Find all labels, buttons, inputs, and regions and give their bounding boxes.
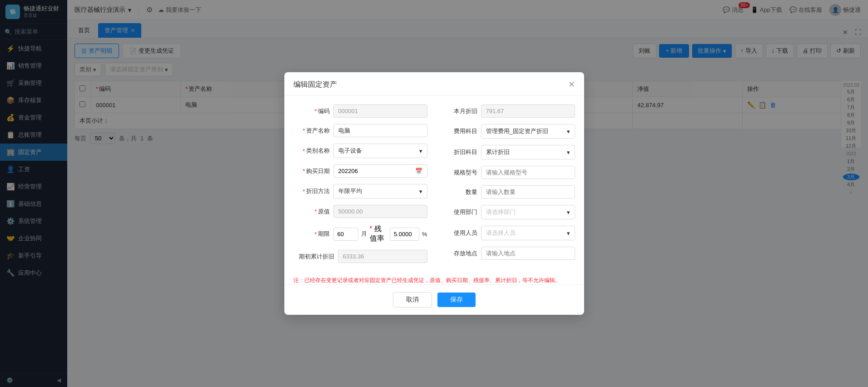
residual-rate-input[interactable] xyxy=(390,228,419,241)
save-button[interactable]: 保存 xyxy=(437,293,476,307)
modal-note: 注：已经存在变更记录或者对应固定资产已经生成凭证，原值、购买日期、残值率、累计折… xyxy=(284,272,584,284)
code-row: *编码 xyxy=(293,104,427,118)
depreciation-method-label: *折旧方法 xyxy=(293,187,330,195)
period-row: *期限 月 * 残值率 % xyxy=(293,224,427,243)
quantity-label: 数量 xyxy=(441,188,477,196)
spec-model-label: 规格型号 xyxy=(441,169,477,177)
chevron-down-icon: ▾ xyxy=(419,148,422,154)
user-select[interactable]: 请选择人员 ▾ xyxy=(481,226,575,240)
period-input[interactable] xyxy=(333,228,358,241)
expense-subject-label: 费用科目 xyxy=(441,127,477,135)
period-label: *期限 xyxy=(293,230,330,238)
chevron-down-icon: ▾ xyxy=(567,128,570,135)
original-value-label: *原值 xyxy=(293,208,330,216)
quantity-row: 数量 xyxy=(441,185,575,198)
storage-label: 存放地点 xyxy=(441,249,477,258)
name-input[interactable] xyxy=(333,124,427,137)
code-label: *编码 xyxy=(293,107,330,115)
category-row: *类别名称 电子设备 ▾ xyxy=(293,144,427,158)
monthly-depreciation-input xyxy=(481,104,575,118)
chevron-down-icon: ▾ xyxy=(567,230,570,237)
code-input[interactable] xyxy=(333,104,427,118)
storage-input[interactable] xyxy=(481,247,575,260)
modal-close-button[interactable]: ✕ xyxy=(568,79,575,89)
calendar-icon: 📅 xyxy=(415,168,422,174)
spec-model-row: 规格型号 xyxy=(441,166,575,179)
chevron-down-icon: ▾ xyxy=(567,209,570,216)
spec-model-input[interactable] xyxy=(481,166,575,179)
department-label: 使用部门 xyxy=(441,208,477,216)
depreciation-subject-select[interactable]: 累计折旧 ▾ xyxy=(481,145,575,159)
name-row: *资产名称 xyxy=(293,124,427,137)
depreciation-subject-row: 折旧科目 累计折旧 ▾ xyxy=(441,145,575,159)
monthly-depreciation-row: 本月折旧 xyxy=(441,104,575,118)
depreciation-method-select[interactable]: 年限平均 ▾ xyxy=(333,184,427,198)
initial-depreciation-row: 期初累计折旧 xyxy=(293,250,427,263)
name-label: *资产名称 xyxy=(293,127,330,135)
purchase-date-input[interactable]: 202206 📅 xyxy=(333,164,427,178)
initial-depreciation-input[interactable] xyxy=(338,250,427,263)
depreciation-method-row: *折旧方法 年限平均 ▾ xyxy=(293,184,427,198)
quantity-input[interactable] xyxy=(481,185,575,198)
category-label: *类别名称 xyxy=(293,147,330,155)
chevron-down-icon: ▾ xyxy=(567,149,570,156)
edit-asset-modal: 编辑固定资产 ✕ *编码 *资产名称 xyxy=(284,72,584,315)
department-select[interactable]: 请选择部门 ▾ xyxy=(481,205,575,219)
modal-footer: 取消 保存 xyxy=(284,284,584,315)
cancel-button[interactable]: 取消 xyxy=(393,292,432,308)
user-label: 使用人员 xyxy=(441,229,477,237)
expense-subject-select[interactable]: 管理费用_固定资产折旧 ▾ xyxy=(481,124,575,139)
modal-overlay: 编辑固定资产 ✕ *编码 *资产名称 xyxy=(0,0,868,387)
category-select[interactable]: 电子设备 ▾ xyxy=(333,144,427,158)
depreciation-subject-label: 折旧科目 xyxy=(441,148,477,156)
modal-title: 编辑固定资产 xyxy=(293,80,337,89)
purchase-date-row: *购买日期 202206 📅 xyxy=(293,164,427,178)
original-value-row: *原值 xyxy=(293,205,427,218)
chevron-down-icon: ▾ xyxy=(419,188,422,195)
user-row: 使用人员 请选择人员 ▾ xyxy=(441,226,575,240)
modal-body: *编码 *资产名称 *类别名称 xyxy=(284,95,584,272)
original-value-input[interactable] xyxy=(333,205,427,218)
modal-header: 编辑固定资产 ✕ xyxy=(284,72,584,95)
purchase-date-label: *购买日期 xyxy=(293,167,330,175)
department-row: 使用部门 请选择部门 ▾ xyxy=(441,205,575,219)
initial-depreciation-label: 期初累计折旧 xyxy=(293,253,334,261)
storage-row: 存放地点 xyxy=(441,247,575,260)
residual-rate-label: * 残值率 xyxy=(370,224,387,243)
monthly-depreciation-label: 本月折旧 xyxy=(441,107,477,115)
expense-subject-row: 费用科目 管理费用_固定资产折旧 ▾ xyxy=(441,124,575,139)
